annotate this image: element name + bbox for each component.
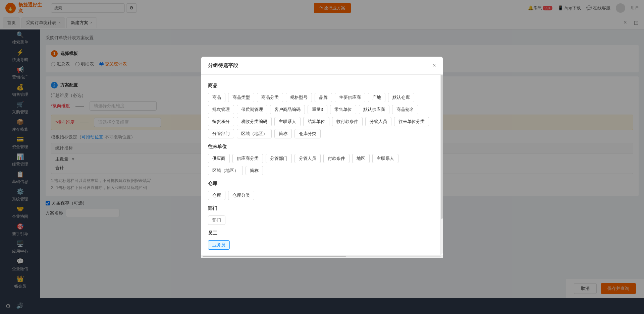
field-tag[interactable]: 区域（地区）: [208, 166, 243, 175]
field-tag[interactable]: 简称: [246, 166, 263, 175]
field-tag[interactable]: 税收分类编码: [237, 117, 272, 126]
modal-close-button[interactable]: ×: [432, 62, 436, 69]
field-tag[interactable]: 区域（地区）: [237, 129, 272, 138]
field-tag[interactable]: 收付款条件: [332, 117, 363, 126]
field-tag[interactable]: 商品类型: [228, 93, 254, 102]
field-tag[interactable]: 零售单位: [330, 105, 356, 114]
field-tag[interactable]: 产地: [368, 93, 385, 102]
field-tag[interactable]: 分管部门: [208, 129, 234, 138]
field-tag[interactable]: 主要供应商: [335, 93, 365, 102]
fields-grid-partner: 供应商 供应商分类 分管部门 分管人员 付款条件 地区 主联系人 区域（地区） …: [208, 154, 433, 175]
field-select-modal: 分组待选字段 × 商品 商品 商品类型 商品分类 规格型号 品牌 主要供应商 产…: [201, 57, 443, 258]
field-tag[interactable]: 往来单位分类: [394, 117, 429, 126]
fields-grid-warehouse: 仓库 仓库分类: [208, 191, 433, 200]
field-tag[interactable]: 部门: [208, 215, 225, 225]
field-tag[interactable]: 供应商: [208, 154, 230, 163]
modal-vscroll-thumb: [441, 75, 443, 219]
fields-grid-employee: 业务员: [208, 240, 433, 250]
field-tag[interactable]: 客户商品编码: [270, 105, 305, 114]
modal-vscrollbar[interactable]: [440, 75, 443, 255]
section-title-warehouse: 仓库: [208, 181, 433, 187]
field-tag[interactable]: 拣货积分: [208, 117, 234, 126]
field-tag[interactable]: 仓库分类: [228, 191, 254, 200]
modal-header: 分组待选字段 ×: [201, 57, 443, 75]
field-tag[interactable]: 保质期管理: [237, 105, 267, 114]
field-tag[interactable]: 分管人员: [365, 117, 391, 126]
field-tag[interactable]: 规格型号: [286, 93, 312, 102]
field-tag[interactable]: 默认供应商: [359, 105, 389, 114]
field-tag[interactable]: 分管人员: [294, 154, 321, 163]
field-tag[interactable]: 结算单位: [303, 117, 329, 126]
hscroll-track: [203, 256, 441, 257]
section-title-dept: 部门: [208, 205, 433, 211]
fields-grid-dept: 部门: [208, 215, 433, 225]
modal-overlay: 分组待选字段 × 商品 商品 商品类型 商品分类 规格型号 品牌 主要供应商 产…: [0, 0, 644, 298]
field-tag[interactable]: 品牌: [315, 93, 332, 102]
section-title-employee: 员工: [208, 230, 433, 236]
field-tag[interactable]: 主联系人: [274, 117, 301, 126]
hscroll-thumb: [203, 256, 346, 257]
field-tag[interactable]: 地区: [352, 154, 370, 163]
field-tag-employee[interactable]: 业务员: [208, 240, 230, 250]
field-tag[interactable]: 商品别名: [392, 105, 418, 114]
fields-grid-product: 商品 商品类型 商品分类 规格型号 品牌 主要供应商 产地 默认仓库 批次管理 …: [208, 93, 433, 138]
field-tag[interactable]: 供应商分类: [232, 154, 263, 163]
section-title-product: 商品: [208, 83, 433, 89]
field-tag[interactable]: 仓库: [208, 191, 225, 200]
field-tag[interactable]: 批次管理: [208, 105, 234, 114]
modal-title: 分组待选字段: [208, 62, 238, 69]
field-tag[interactable]: 主联系人: [372, 154, 398, 163]
field-tag[interactable]: 重量3: [308, 105, 327, 114]
field-tag[interactable]: 简称: [274, 129, 292, 138]
field-tag[interactable]: 分管部门: [266, 154, 292, 163]
field-tag[interactable]: 商品: [208, 93, 225, 102]
modal-hscrollbar[interactable]: [201, 255, 443, 257]
modal-body: 商品 商品 商品类型 商品分类 规格型号 品牌 主要供应商 产地 默认仓库 批次…: [201, 75, 440, 255]
field-tag[interactable]: 付款条件: [323, 154, 350, 163]
field-tag[interactable]: 默认仓库: [388, 93, 414, 102]
field-tag[interactable]: 商品分类: [257, 93, 283, 102]
section-title-partner: 往来单位: [208, 144, 433, 150]
field-tag[interactable]: 仓库分类: [294, 129, 321, 138]
